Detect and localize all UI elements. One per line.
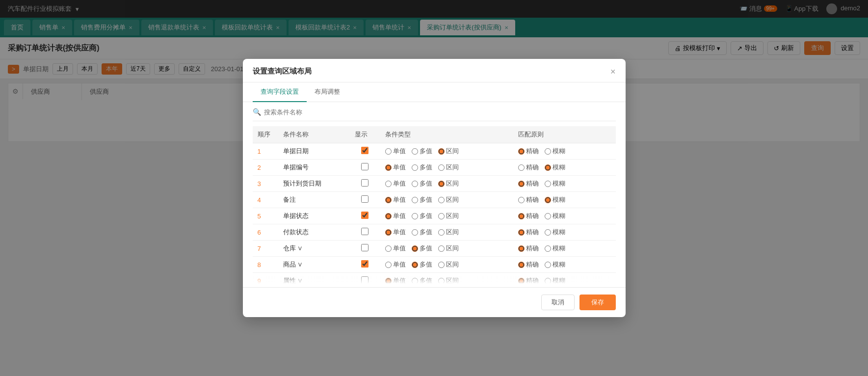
- dialog-tabs: 查询字段设置 布局调整: [243, 82, 626, 102]
- dialog-close-button[interactable]: ×: [610, 67, 616, 76]
- tab-layout-adjust-label: 布局调整: [315, 88, 340, 95]
- modal-overlay: 设置查询区域布局 × 查询字段设置 布局调整 🔍: [0, 0, 868, 146]
- cell-show: [350, 143, 381, 146]
- tab-query-settings-label: 查询字段设置: [261, 88, 299, 95]
- cell-match: 精确模糊: [513, 143, 615, 146]
- col-header-show: 显示: [350, 126, 381, 143]
- search-input[interactable]: [264, 108, 362, 116]
- col-header-name: 条件名称: [278, 126, 350, 143]
- conditions-table: 顺序 条件名称 显示 条件类型 匹配原则 1单据日期单值多值区间精确模糊2单据编…: [253, 126, 616, 146]
- col-header-type: 条件类型: [380, 126, 513, 143]
- tab-layout-adjust[interactable]: 布局调整: [307, 82, 348, 102]
- conditions-table-scroll: 顺序 条件名称 显示 条件类型 匹配原则 1单据日期单值多值区间精确模糊2单据编…: [253, 126, 616, 146]
- settings-dialog: 设置查询区域布局 × 查询字段设置 布局调整 🔍: [243, 59, 626, 146]
- col-header-order: 顺序: [253, 126, 278, 143]
- cell-order: 1: [253, 143, 278, 146]
- search-row: 🔍: [253, 108, 616, 121]
- search-icon: 🔍: [253, 108, 261, 116]
- dialog-body: 🔍 顺序 条件名称 显示 条件类型 匹配原则: [243, 102, 626, 146]
- cell-type: 单值多值区间: [380, 143, 513, 146]
- dialog-header: 设置查询区域布局 ×: [243, 59, 626, 82]
- table-row: 1单据日期单值多值区间精确模糊: [253, 143, 616, 146]
- dialog-title: 设置查询区域布局: [253, 67, 312, 76]
- tab-query-settings[interactable]: 查询字段设置: [253, 82, 307, 102]
- col-header-match: 匹配原则: [513, 126, 615, 143]
- cell-name: 单据日期: [278, 143, 350, 146]
